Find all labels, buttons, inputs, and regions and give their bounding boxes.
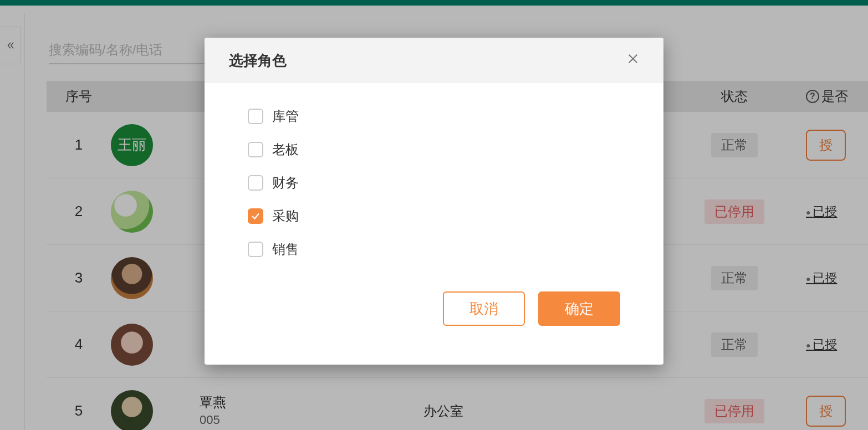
cancel-button[interactable]: 取消 bbox=[443, 291, 525, 326]
modal-footer: 取消 确定 bbox=[205, 272, 663, 365]
role-checkbox[interactable] bbox=[248, 208, 263, 224]
role-option[interactable]: 销售 bbox=[248, 233, 639, 266]
role-label: 库管 bbox=[272, 108, 299, 125]
modal-header: 选择角色 bbox=[205, 38, 663, 83]
role-option[interactable]: 采购 bbox=[248, 199, 639, 233]
ok-button[interactable]: 确定 bbox=[538, 291, 620, 326]
role-label: 财务 bbox=[272, 174, 299, 192]
role-checkbox[interactable] bbox=[248, 142, 263, 157]
modal-overlay[interactable]: 选择角色 库管 老板 财务 采购 销售 取消 确定 bbox=[0, 0, 868, 430]
modal-body: 库管 老板 财务 采购 销售 bbox=[205, 83, 663, 272]
modal-title: 选择角色 bbox=[229, 51, 287, 70]
close-icon bbox=[627, 53, 639, 65]
modal-close-button[interactable] bbox=[627, 53, 639, 68]
role-select-modal: 选择角色 库管 老板 财务 采购 销售 取消 确定 bbox=[205, 38, 663, 365]
role-option[interactable]: 财务 bbox=[248, 166, 639, 199]
role-checkbox[interactable] bbox=[248, 109, 263, 124]
role-checkbox[interactable] bbox=[248, 175, 263, 191]
role-option[interactable]: 老板 bbox=[248, 133, 639, 166]
check-icon bbox=[251, 211, 261, 221]
role-checkbox[interactable] bbox=[248, 242, 263, 257]
role-option[interactable]: 库管 bbox=[248, 100, 639, 133]
role-label: 销售 bbox=[272, 240, 299, 258]
role-label: 采购 bbox=[272, 207, 299, 225]
role-label: 老板 bbox=[272, 141, 299, 158]
